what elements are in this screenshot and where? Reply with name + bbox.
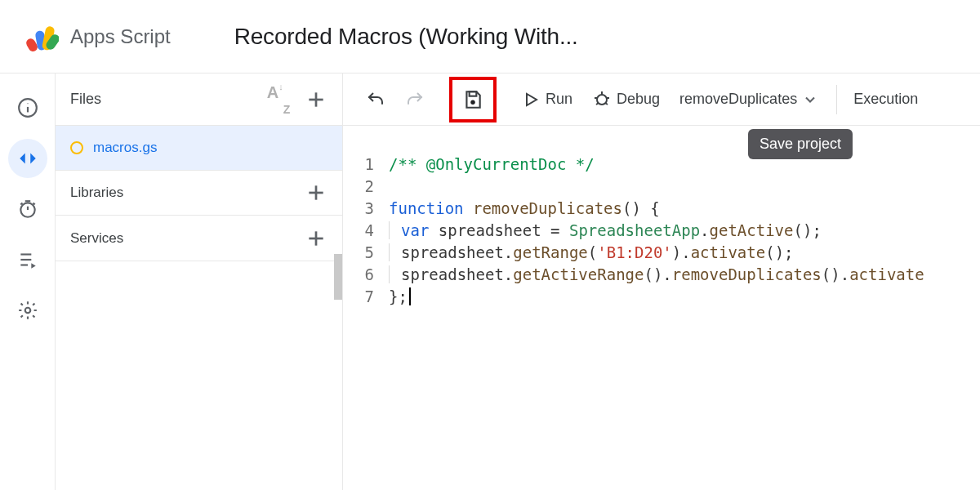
- nav-triggers[interactable]: [8, 189, 47, 229]
- svg-point-23: [470, 100, 474, 104]
- add-library-button[interactable]: [300, 176, 332, 209]
- product-name: Apps Script: [70, 25, 171, 48]
- app-header: Apps Script Recorded Macros (Working Wit…: [0, 0, 980, 74]
- files-title: Files: [70, 91, 101, 108]
- nav-settings[interactable]: [8, 291, 47, 330]
- execution-log-button[interactable]: Execution: [847, 91, 918, 108]
- debug-label: Debug: [617, 91, 660, 108]
- apps-script-logo-icon: [23, 19, 59, 55]
- sort-files-button[interactable]: A↓Z: [262, 83, 295, 116]
- add-service-button[interactable]: [300, 222, 332, 255]
- svg-point-7: [20, 203, 34, 216]
- debug-button[interactable]: Debug: [584, 82, 668, 118]
- code-editor[interactable]: 1234567 /** @OnlyCurrentDoc */function r…: [343, 126, 980, 490]
- project-title[interactable]: Recorded Macros (Working With...: [234, 24, 578, 50]
- save-highlight: [449, 77, 497, 122]
- file-item[interactable]: macros.gs: [56, 126, 342, 170]
- chevron-down-icon: [802, 91, 818, 108]
- svg-point-15: [24, 308, 30, 314]
- run-label: Run: [546, 91, 572, 108]
- nav-rail: [0, 74, 56, 490]
- undo-button[interactable]: [358, 82, 394, 118]
- nav-overview[interactable]: [8, 88, 47, 127]
- line-gutter: 1234567: [343, 131, 385, 490]
- libraries-section[interactable]: Libraries: [56, 170, 342, 216]
- code-area[interactable]: /** @OnlyCurrentDoc */function removeDup…: [385, 131, 924, 490]
- editor-pane: Run Debug removeDuplicates Execution Sav…: [343, 74, 980, 490]
- toolbar-divider: [836, 85, 837, 114]
- files-header: Files A↓Z: [56, 74, 342, 126]
- function-selector[interactable]: removeDuplicates: [671, 91, 826, 108]
- section-label: Services: [70, 230, 123, 247]
- services-section[interactable]: Services: [56, 216, 342, 261]
- redo-button[interactable]: [397, 82, 433, 118]
- scrollbar-thumb[interactable]: [334, 254, 342, 300]
- unsaved-indicator-icon: [70, 141, 83, 154]
- product-logo[interactable]: Apps Script: [23, 19, 228, 55]
- file-name: macros.gs: [93, 140, 157, 156]
- nav-editor[interactable]: [8, 139, 47, 178]
- svg-line-10: [20, 203, 22, 204]
- svg-line-11: [33, 203, 34, 204]
- section-label: Libraries: [70, 185, 123, 201]
- run-button[interactable]: Run: [513, 82, 581, 118]
- add-file-button[interactable]: [300, 83, 332, 116]
- svg-line-28: [596, 103, 599, 105]
- svg-line-29: [605, 103, 608, 105]
- svg-rect-22: [470, 91, 477, 96]
- nav-executions[interactable]: [8, 240, 47, 279]
- function-name: removeDuplicates: [679, 91, 797, 108]
- files-pane: Files A↓Z macros.gs Libraries Services: [56, 74, 343, 490]
- editor-toolbar: Run Debug removeDuplicates Execution: [343, 74, 980, 126]
- save-button[interactable]: [454, 82, 492, 118]
